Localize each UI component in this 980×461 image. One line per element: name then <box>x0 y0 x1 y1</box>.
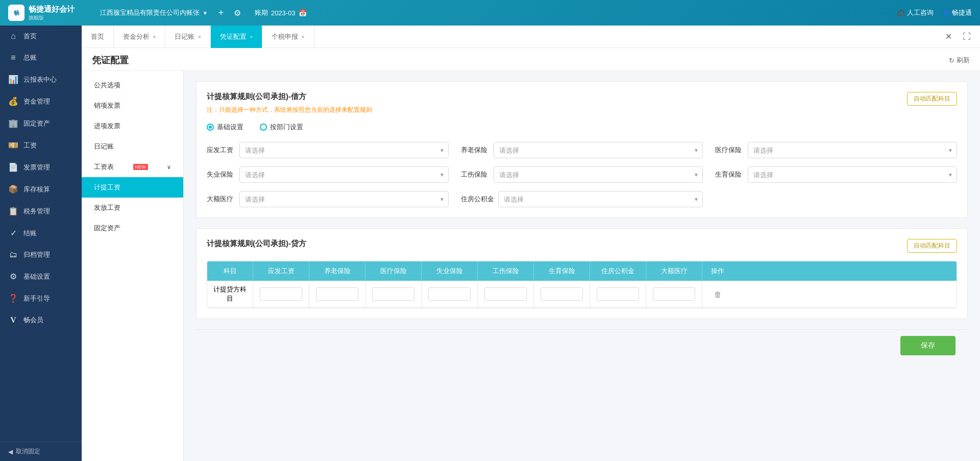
tab-voucher-config-label: 凭证配置 <box>220 32 247 41</box>
auto-match-debit-button[interactable]: 自动匹配科目 <box>907 92 957 106</box>
field-payroll: 应发工资 请选择 ▼ <box>207 142 449 158</box>
settings-icon[interactable]: ⚙ <box>230 6 244 20</box>
input-unemployment[interactable] <box>428 287 471 301</box>
add-button[interactable]: + <box>214 6 228 20</box>
select-maternity[interactable]: 请选择 <box>748 166 957 183</box>
section-credit: 计提核算规则(公司承担)-贷方 自动匹配科目 科目 应发工资 养老保险 医疗保险… <box>196 228 968 319</box>
col-housing: 住房公积金 <box>590 261 646 281</box>
left-menu-public[interactable]: 公共选项 <box>82 75 183 95</box>
label-maternity: 生育保险 <box>715 170 744 179</box>
label-medical: 医疗保险 <box>715 145 744 155</box>
consultation-button[interactable]: 🎧 人工咨询 <box>897 8 934 17</box>
debit-form-grid: 应发工资 请选择 ▼ 养老保险 <box>207 142 957 207</box>
col-large-medical: 大额医疗 <box>646 261 702 281</box>
tab-fund-analysis[interactable]: 资金分析 × <box>114 26 165 48</box>
funds-icon: 💰 <box>8 96 18 106</box>
tab-voucher-config[interactable]: 凭证配置 × <box>211 26 262 48</box>
sidebar-item-guide[interactable]: ❓ 新手引导 <box>0 287 82 309</box>
logo-short: 畅 <box>14 9 19 17</box>
sidebar-label-home: 首页 <box>23 32 37 41</box>
tab-voucher-config-close[interactable]: × <box>250 34 253 40</box>
left-menu-payroll-table[interactable]: 工资表 NEW ∨ <box>82 157 183 177</box>
col-injury: 工伤保险 <box>478 261 534 281</box>
select-large-medical[interactable]: 请选择 <box>239 191 449 207</box>
sidebar-item-member[interactable]: V 畅会员 <box>0 309 82 331</box>
radio-basic-settings[interactable]: 基础设置 <box>207 123 243 132</box>
left-menu-payroll-accrual[interactable]: 计提工资 <box>82 177 183 198</box>
left-menu-sales-invoice-label: 销项发票 <box>94 102 120 109</box>
company-selector[interactable]: 江西服宝精品有限责任公司内账张 ▼ <box>100 8 208 17</box>
tab-fund-analysis-close[interactable]: × <box>153 34 156 40</box>
sidebar-label-inventory: 库存核算 <box>23 185 50 194</box>
left-menu-payroll-accrual-label: 计提工资 <box>94 183 120 191</box>
sidebar-label-assets: 固定资产 <box>23 119 50 128</box>
label-large-medical: 大额医疗 <box>207 195 235 204</box>
headset-icon: 🎧 <box>897 9 905 17</box>
tab-journal-close[interactable]: × <box>198 34 201 40</box>
input-housing[interactable] <box>597 287 640 301</box>
expand-tab-button[interactable]: ⛶ <box>960 30 974 44</box>
label-unemployment: 失业保险 <box>207 170 235 179</box>
sidebar-item-archive[interactable]: 🗂 归档管理 <box>0 244 82 265</box>
radio-dept-settings[interactable]: 按部门设置 <box>260 123 303 132</box>
sidebar-label-salary: 工资 <box>23 141 37 150</box>
save-button[interactable]: 保存 <box>900 336 955 355</box>
section-credit-top: 计提核算规则(公司承担)-贷方 自动匹配科目 <box>207 239 957 253</box>
input-injury[interactable] <box>484 287 527 301</box>
guide-icon: ❓ <box>8 294 18 303</box>
close-tab-button[interactable]: ✕ <box>941 30 955 44</box>
input-medical[interactable] <box>372 287 415 301</box>
refresh-button[interactable]: ↻ 刷新 <box>949 56 970 65</box>
radio-basic-circle <box>207 124 214 131</box>
page-title-bar: 凭证配置 ↻ 刷新 <box>82 48 980 71</box>
cell-medical-val <box>365 281 422 307</box>
select-housing[interactable]: 请选择 <box>498 191 703 207</box>
tab-home[interactable]: 首页 <box>82 26 114 48</box>
form-area: 计提核算规则(公司承担)-借方 注：只能选择一种方式，系统将按照您当前的选择来配… <box>184 71 980 461</box>
calendar-icon[interactable]: 📅 <box>299 9 307 17</box>
left-menu-purchase-invoice[interactable]: 进项发票 <box>82 116 183 136</box>
input-maternity[interactable] <box>541 287 583 301</box>
left-menu-payroll-payment[interactable]: 发放工资 <box>82 198 183 218</box>
header-actions: 🎧 人工咨询 👤 畅捷通 <box>897 8 972 17</box>
sidebar-item-home[interactable]: ⌂ 首页 <box>0 26 82 47</box>
sidebar-item-close[interactable]: ✓ 结账 <box>0 222 82 244</box>
sidebar-item-tax[interactable]: 📋 税务管理 <box>0 200 82 222</box>
field-housing: 住房公积金 请选择 ▼ <box>461 191 703 207</box>
sidebar-item-reports[interactable]: 📊 云报表中心 <box>0 68 82 90</box>
left-menu-journal[interactable]: 日记账 <box>82 136 183 157</box>
period-area: 账期 2023-03 📅 <box>255 8 307 17</box>
left-menu-sales-invoice[interactable]: 销项发票 <box>82 95 183 116</box>
select-unemployment[interactable]: 请选择 <box>239 166 449 183</box>
sidebar-label-guide: 新手引导 <box>23 294 50 303</box>
cell-action[interactable]: 🗑 <box>702 281 733 307</box>
input-large-medical[interactable] <box>653 287 696 301</box>
sidebar-item-assets[interactable]: 🏢 固定资产 <box>0 112 82 134</box>
sidebar-item-salary[interactable]: 💴 工资 <box>0 134 82 156</box>
tab-tax-filing-close[interactable]: × <box>301 34 304 40</box>
sidebar-item-settings[interactable]: ⚙ 基础设置 <box>0 265 82 287</box>
select-payroll[interactable]: 请选择 <box>239 142 449 158</box>
select-wrapper-housing: 请选择 ▼ <box>498 191 703 207</box>
sidebar: ⌂ 首页 ≡ 总账 📊 云报表中心 💰 资金管理 🏢 固定资产 💴 工资 📄 发… <box>0 26 82 461</box>
consultation-label: 人工咨询 <box>907 8 934 17</box>
col-action: 操作 <box>702 261 733 281</box>
sidebar-item-ledger[interactable]: ≡ 总账 <box>0 47 82 68</box>
user-button[interactable]: 👤 畅捷通 <box>942 8 972 17</box>
input-payroll[interactable] <box>260 287 303 301</box>
input-pension[interactable] <box>316 287 359 301</box>
select-medical[interactable]: 请选择 <box>748 142 957 158</box>
left-menu-fixed-assets[interactable]: 固定资产 <box>82 218 183 238</box>
cancel-fixed-button[interactable]: ◀ 取消固定 <box>0 442 82 461</box>
archive-icon: 🗂 <box>8 250 18 259</box>
sidebar-label-tax: 税务管理 <box>23 207 50 216</box>
section-debit-note: 注：只能选择一种方式，系统将按照您当前的选择来配置规则 <box>207 106 372 114</box>
sidebar-item-inventory[interactable]: 📦 库存核算 <box>0 178 82 200</box>
tab-journal[interactable]: 日记账 × <box>165 26 210 48</box>
select-injury[interactable]: 请选择 <box>494 166 703 183</box>
auto-match-credit-button[interactable]: 自动匹配科目 <box>907 239 957 253</box>
sidebar-item-invoice[interactable]: 📄 发票管理 <box>0 156 82 178</box>
sidebar-item-funds[interactable]: 💰 资金管理 <box>0 90 82 112</box>
tab-tax-filing[interactable]: 个税申报 × <box>262 26 314 48</box>
select-pension[interactable]: 请选择 <box>494 142 703 158</box>
